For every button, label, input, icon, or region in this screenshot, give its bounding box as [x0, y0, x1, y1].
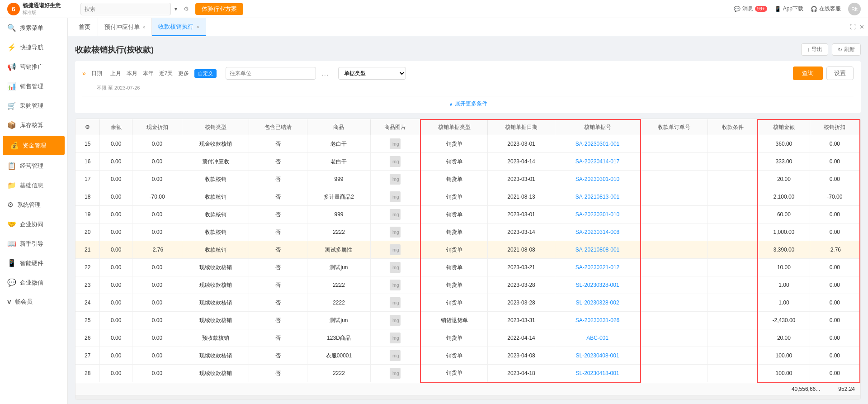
app-download-link[interactable]: 📱 App下载	[774, 5, 803, 13]
sidebar-item-purchase[interactable]: 🛒 采购管理	[0, 96, 67, 115]
gear-icon[interactable]: ⚙	[181, 4, 192, 14]
doc-no-link[interactable]: ABC-001	[586, 335, 609, 341]
cell-doc-no: SA-20210808-001	[555, 241, 640, 259]
horizontal-scrollbar[interactable]	[75, 395, 860, 399]
sidebar-item-wechat[interactable]: 💬 企业微信	[0, 273, 67, 292]
expand-toggle[interactable]: »	[82, 70, 86, 77]
cell-balance: 0.00	[100, 294, 132, 312]
filter-this-month[interactable]: 本月	[127, 70, 137, 77]
message-area[interactable]: 💬 消息 99+	[734, 5, 767, 13]
doc-no-link[interactable]: SL-20230408-001	[576, 352, 619, 359]
filter-custom-button[interactable]: 自定义	[194, 69, 217, 78]
sidebar-item-quicknav[interactable]: ⚡ 快捷导航	[0, 38, 67, 57]
sidebar-item-vip[interactable]: V 畅会员	[0, 292, 67, 311]
cell-verify-type: 收款核销	[182, 206, 249, 223]
sidebar-item-sales[interactable]: 📊 销售管理	[0, 76, 67, 96]
sidebar-item-search[interactable]: 🔍 搜索菜单	[0, 18, 67, 38]
cell-doc-no: SA-20230414-017	[555, 153, 640, 171]
cell-id: 25	[75, 312, 100, 329]
filter-more[interactable]: 更多	[178, 70, 189, 77]
cell-doc-type: 销货单	[420, 241, 488, 259]
cell-has-settled: 否	[249, 241, 307, 259]
tab-verify[interactable]: 收款核销执行 ×	[152, 18, 206, 36]
partner-input[interactable]	[226, 67, 316, 80]
tab-home[interactable]: 首页	[71, 18, 98, 36]
sidebar-item-guide[interactable]: 📖 新手引导	[0, 234, 67, 253]
cell-has-settled: 否	[249, 347, 307, 365]
doc-no-link[interactable]: SA-20210813-001	[576, 194, 619, 200]
settings-button[interactable]: 设置	[826, 67, 854, 80]
cell-verify-amount: 20.00	[758, 171, 810, 188]
col-verify-type: 核销类型	[182, 119, 249, 135]
refresh-button[interactable]: ↻ 刷新	[832, 43, 861, 56]
cell-receipt-order	[641, 188, 708, 206]
search-input[interactable]	[80, 3, 171, 15]
cell-verify-amount: -2,430.00	[758, 312, 810, 329]
solution-button[interactable]: 体验行业方案	[195, 3, 243, 15]
cell-cash-discount: -70.00	[132, 188, 182, 206]
expand-more-btn[interactable]: ∨ 展开更多条件	[82, 96, 854, 108]
cell-verify-discount: 0.00	[810, 206, 860, 223]
cell-receipt-order	[641, 153, 708, 171]
cell-verify-discount: 0.00	[810, 276, 860, 294]
tab-close-prepay[interactable]: ×	[142, 24, 145, 30]
main-content: 首页 预付冲应付单 × 收款核销执行 × ⛶ ✕ 收款核销执行(按收款)	[68, 18, 868, 404]
sidebar: 🔍 搜索菜单 ⚡ 快捷导航 📢 营销推广 📊 销售管理 🛒 采购管理 📦 库存核…	[0, 18, 68, 404]
doc-no-link[interactable]: SL-20230328-001	[576, 282, 619, 288]
cell-doc-type: 销货单	[420, 347, 488, 365]
sidebar-item-collab[interactable]: 🤝 企业协同	[0, 214, 67, 234]
doc-no-link[interactable]: SA-20210808-001	[576, 247, 619, 253]
col-settings[interactable]: ⚙	[75, 119, 100, 135]
sidebar-item-marketing[interactable]: 📢 营销推广	[0, 57, 67, 76]
cell-doc-type: 销货单	[420, 188, 488, 206]
sidebar-item-system[interactable]: ⚙ 系统管理	[0, 195, 67, 214]
online-service-link[interactable]: 🎧 在线客服	[811, 5, 841, 13]
date-range-display: 不限 至 2023-07-26	[97, 85, 854, 91]
maximize-icon[interactable]: ⛶	[850, 24, 856, 30]
cell-balance: 0.00	[100, 241, 132, 259]
cell-goods-img: img	[370, 259, 420, 276]
export-button[interactable]: ↑ 导出	[801, 43, 828, 56]
filter-last7days[interactable]: 近7天	[159, 70, 173, 77]
cell-goods: 老白干	[307, 153, 371, 171]
cell-goods-img: img	[370, 365, 420, 382]
chevron-down-icon: ∨	[449, 101, 453, 107]
tab-close-verify[interactable]: ×	[196, 24, 199, 29]
sidebar-item-basicinfo[interactable]: 📁 基础信息	[0, 176, 67, 195]
doc-no-link[interactable]: SA-20230301-010	[576, 211, 619, 218]
doc-no-link[interactable]: SA-20230301-010	[576, 176, 619, 182]
avatar[interactable]: Rit	[848, 3, 861, 15]
tab-prepay[interactable]: 预付冲应付单 ×	[98, 18, 152, 36]
cell-balance: 0.00	[100, 223, 132, 241]
cell-receipt-order	[641, 347, 708, 365]
sidebar-item-inventory[interactable]: 📦 库存核算	[0, 115, 67, 135]
cell-verify-amount: 1,000.00	[758, 223, 810, 241]
nav-dropdown[interactable]: ▾	[175, 6, 177, 12]
cell-id: 27	[75, 347, 100, 365]
doc-no-link[interactable]: SL-20230328-002	[576, 299, 619, 306]
sidebar-item-operations[interactable]: 📋 经营管理	[0, 156, 67, 176]
sidebar-item-hardware[interactable]: 📱 智能硬件	[0, 253, 67, 273]
cell-doc-no: SA-20230301-001	[555, 135, 640, 153]
cell-cash-discount: 0.00	[132, 259, 182, 276]
filter-last-month[interactable]: 上月	[110, 70, 121, 77]
cell-verify-discount: 0.00	[810, 329, 860, 347]
doc-no-link[interactable]: SA-20230331-026	[576, 317, 619, 323]
doc-type-select[interactable]: 单据类型	[338, 67, 406, 80]
query-button[interactable]: 查询	[793, 67, 823, 80]
sidebar-item-finance[interactable]: 💰 资金管理	[3, 136, 65, 155]
close-window-icon[interactable]: ✕	[859, 24, 864, 30]
doc-no-link[interactable]: SL-20230418-001	[576, 370, 619, 376]
doc-no-link[interactable]: SA-20230414-017	[576, 158, 619, 165]
cell-doc-type: 销货单	[420, 223, 488, 241]
col-doc-no: 核销单据号	[555, 119, 640, 135]
cell-receipt-cond	[708, 276, 758, 294]
doc-no-link[interactable]: SA-20230314-008	[576, 229, 619, 235]
col-doc-date: 核销单据日期	[488, 119, 555, 135]
doc-no-link[interactable]: SA-20230321-012	[576, 264, 619, 271]
col-receipt-cond: 收款条件	[708, 119, 758, 135]
filter-this-year[interactable]: 本年	[143, 70, 154, 77]
doc-no-link[interactable]: SA-20230301-001	[576, 141, 619, 147]
cell-verify-type: 现续收款核销	[182, 365, 249, 382]
cell-goods-img: img	[370, 329, 420, 347]
